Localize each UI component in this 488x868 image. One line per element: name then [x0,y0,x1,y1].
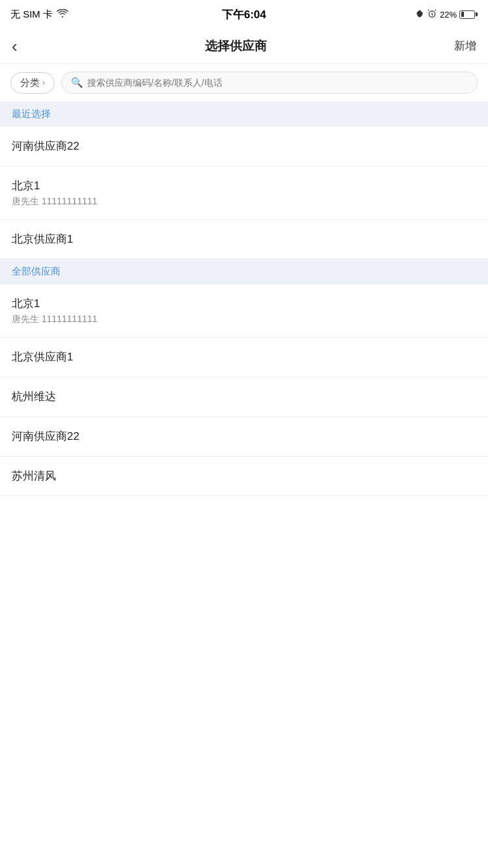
all-items-list: 北京1唐先生 11111111111北京供应商1杭州维达河南供应商22苏州清风 [0,284,488,496]
search-icon: 🔍 [71,77,83,88]
location-icon [415,9,424,20]
list-item[interactable]: 北京供应商1 [0,338,488,377]
all-section-header: 全部供应商 [0,259,488,284]
back-button[interactable]: ‹ [12,38,18,55]
status-right: 22% [415,8,478,21]
list-item[interactable]: 河南供应商22 [0,417,488,457]
list-item[interactable]: 北京1唐先生 11111111111 [0,167,488,220]
category-button[interactable]: 分类 › [10,72,55,94]
nav-bar: ‹ 选择供应商 新增 [0,29,488,64]
list-item[interactable]: 北京供应商1 [0,220,488,260]
list-item[interactable]: 杭州维达 [0,377,488,417]
battery-icon [459,10,478,19]
item-name: 北京1 [12,296,476,312]
category-label: 分类 [20,77,40,89]
item-contact: 唐先生 11111111111 [12,196,476,208]
item-name: 北京供应商1 [12,349,476,365]
all-section-label: 全部供应商 [12,265,61,277]
item-contact: 唐先生 11111111111 [12,314,476,325]
carrier-text: 无 SIM 卡 [10,8,53,21]
item-name: 北京1 [12,178,476,194]
recent-items-list: 河南供应商22北京1唐先生 11111111111北京供应商1 [0,127,488,259]
list-item[interactable]: 苏州清风 [0,457,488,496]
recent-section-label: 最近选择 [12,108,51,119]
item-name: 河南供应商22 [12,429,476,444]
status-left: 无 SIM 卡 [10,8,68,21]
chevron-right-icon: › [42,78,45,87]
item-name: 杭州维达 [12,389,476,405]
search-bar: 分类 › 🔍 [0,64,488,102]
item-name: 苏州清风 [12,468,476,484]
status-bar: 无 SIM 卡 下午6:04 22% [0,0,488,29]
item-name: 北京供应商1 [12,232,476,247]
add-button[interactable]: 新增 [454,38,476,53]
list-item[interactable]: 河南供应商22 [0,127,488,167]
status-time: 下午6:04 [222,7,266,22]
list-item[interactable]: 北京1唐先生 11111111111 [0,284,488,338]
page-title: 选择供应商 [205,38,267,55]
search-input-wrap[interactable]: 🔍 [61,72,478,94]
recent-section-header: 最近选择 [0,102,488,127]
item-name: 河南供应商22 [12,139,476,154]
wifi-icon [57,9,68,20]
alarm-icon [427,8,437,21]
battery-percent: 22% [440,10,457,20]
search-input[interactable] [87,77,468,88]
